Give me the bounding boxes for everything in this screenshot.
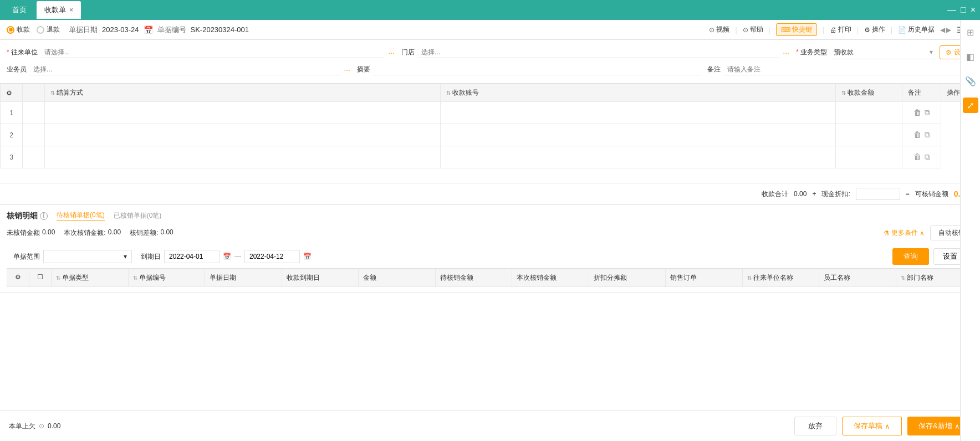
remark-input-2[interactable] <box>836 124 902 146</box>
next-arrow[interactable]: ▶ <box>946 26 951 34</box>
cell-account-1[interactable] <box>45 102 441 124</box>
summary-row: 收款合计 0.00 + 现金折扣: = 可核销金额 0.00 <box>0 183 980 205</box>
delete-row-1[interactable]: 🗑 <box>913 108 921 117</box>
verify-table-header: ⚙ ☐ ⇅ 单据类型 ⇅ 单据编号 单据日期 收款到期日 金额 待核销金额 本次… <box>7 269 973 287</box>
vh-checkbox[interactable]: ☐ <box>29 269 52 286</box>
diff-val: 0.00 <box>160 228 173 238</box>
amount-input-1[interactable] <box>441 102 836 124</box>
summary-input[interactable] <box>374 64 701 75</box>
total-val: 0.00 <box>794 190 807 198</box>
calendar-from-icon[interactable]: 📅 <box>223 253 231 260</box>
sidebar-doc-icon[interactable]: ◧ <box>963 49 978 64</box>
help-btn[interactable]: ⊙帮助 <box>743 25 763 34</box>
toolbar-meta: 单据日期 2023-03-24 📅 单据编号 SK-20230324-001 <box>69 25 249 35</box>
cell-settle-1[interactable] <box>23 102 45 124</box>
remark-label: 备注 <box>707 65 721 74</box>
table-settings-header[interactable]: ⚙ <box>1 84 23 102</box>
receipt-table-section: ⚙ ⇅ 结算方式 ⇅ 收款账号 ⇅ 收款金额 备注 <box>0 84 980 183</box>
range-select[interactable]: ▾ <box>43 250 132 263</box>
calendar-icon[interactable]: 📅 <box>144 25 153 34</box>
cell-account-2[interactable] <box>45 124 441 146</box>
current-stat: 本次核销金额: 0.00 <box>64 228 121 238</box>
settle-input-2[interactable] <box>23 124 44 146</box>
print-btn[interactable]: 🖨 打印 <box>830 25 851 34</box>
date-to-input[interactable] <box>244 250 300 263</box>
date-from-input[interactable] <box>164 250 220 263</box>
account-input-3[interactable] <box>45 146 440 168</box>
abandon-button[interactable]: 放弃 <box>794 417 836 435</box>
settle-input-3[interactable] <box>23 146 44 168</box>
cell-remark-3[interactable] <box>836 146 902 168</box>
account-input-1[interactable] <box>45 102 440 124</box>
amount-input-3[interactable] <box>441 146 836 168</box>
verify-info-icon[interactable]: i <box>40 212 48 220</box>
filter-bar: 单据范围 ▾ 到期日 📅 — 📅 查询 设置 <box>7 245 973 269</box>
staff-more[interactable]: ··· <box>344 65 350 74</box>
save-draft-button[interactable]: 保存草稿 ∧ <box>842 417 902 435</box>
calendar-to-icon[interactable]: 📅 <box>303 253 312 260</box>
sidebar-clip-icon[interactable]: 📎 <box>963 73 978 89</box>
minimize-icon[interactable]: — <box>947 5 956 15</box>
tab-receipt-close[interactable]: × <box>69 6 73 14</box>
counterparty-input[interactable] <box>41 47 385 58</box>
close-icon[interactable]: × <box>971 5 976 15</box>
delete-row-3[interactable]: 🗑 <box>913 152 921 162</box>
cell-remark-2[interactable] <box>836 124 902 146</box>
remark-input-3[interactable] <box>836 146 902 168</box>
radio-refund[interactable]: 退款 <box>37 25 60 34</box>
copy-row-2[interactable]: ⧉ <box>925 130 930 140</box>
maximize-icon[interactable]: □ <box>961 5 966 15</box>
staff-input[interactable] <box>30 64 340 75</box>
sidebar-table-icon[interactable]: ⊞ <box>963 24 978 40</box>
cell-remark-1[interactable] <box>836 102 902 124</box>
vh-type: ⇅ 单据类型 <box>52 269 129 286</box>
video-btn[interactable]: ⊙视频 <box>709 25 729 34</box>
cell-amount-3[interactable] <box>440 146 836 168</box>
delete-row-2[interactable]: 🗑 <box>913 130 921 140</box>
staff-field: 业务员 ··· <box>7 64 350 75</box>
tab-receipt[interactable]: 收款单 × <box>37 1 81 19</box>
cell-account-3[interactable] <box>45 146 441 168</box>
tab-home[interactable]: 首页 <box>4 1 34 19</box>
amount-input-2[interactable] <box>441 124 836 146</box>
pending-tab[interactable]: 待核销单据(0笔) <box>57 211 105 221</box>
biztype-select[interactable]: 预收款 ▾ <box>830 46 936 59</box>
cell-amount-2[interactable] <box>440 124 836 146</box>
action-cell-3: 🗑 ⧉ <box>902 146 941 168</box>
toolbar-actions: ⊙视频 | ⊙帮助 | ⌨ 快捷键 | 🖨 打印 | ⚙ 操作 | 📄 历史单据… <box>709 23 973 36</box>
verifiable-label: 可核销金额 <box>915 189 948 199</box>
more-conditions-btn[interactable]: ⚗ 更多条件 ∧ <box>884 228 925 238</box>
discount-label: 现金折扣: <box>821 189 850 199</box>
vh-current: 本次核销金额 <box>512 269 589 286</box>
settle-input-1[interactable] <box>23 102 44 124</box>
total-label: 收款合计 <box>762 189 788 199</box>
history-btn[interactable]: 📄 历史单据 <box>898 25 935 34</box>
account-input-2[interactable] <box>45 124 440 146</box>
copy-row-1[interactable]: ⧉ <box>925 108 930 117</box>
copy-row-3[interactable]: ⧉ <box>925 152 930 162</box>
operation-btn[interactable]: ⚙ 操作 <box>864 25 885 34</box>
cell-amount-1[interactable] <box>440 102 836 124</box>
vh-settings[interactable]: ⚙ <box>7 269 29 286</box>
sidebar-expand-icon[interactable]: ⤢ <box>963 98 978 113</box>
shortcut-btn[interactable]: ⌨ 快捷键 <box>776 23 817 36</box>
form-row-1: * 往来单位 ··· 门店 ··· * 业务类型 预收款 ▾ <box>7 45 973 59</box>
cell-settle-3[interactable] <box>23 146 45 168</box>
form-row-2: 业务员 ··· 摘要 备注 <box>7 64 973 75</box>
tab-home-label: 首页 <box>12 5 27 15</box>
query-button[interactable]: 查询 <box>892 248 929 265</box>
store-input[interactable] <box>418 47 779 58</box>
prev-info-icon[interactable]: ⊙ <box>39 422 44 430</box>
remark-input[interactable] <box>724 64 973 75</box>
radio-receipt[interactable]: 收款 <box>7 25 30 34</box>
filter-actions: 查询 设置 <box>892 248 967 265</box>
remark-input-1[interactable] <box>836 102 902 124</box>
vh-docnum: ⇅ 单据编号 <box>129 269 206 286</box>
cell-settle-2[interactable] <box>23 124 45 146</box>
prev-arrow[interactable]: ◀ <box>940 26 945 34</box>
store-more[interactable]: ··· <box>783 48 789 57</box>
discount-input[interactable] <box>856 188 900 200</box>
toolbar: 收款 退款 单据日期 2023-03-24 📅 单据编号 SK-20230324… <box>0 20 980 40</box>
counterparty-more[interactable]: ··· <box>388 48 395 57</box>
done-tab[interactable]: 已核销单据(0笔) <box>114 211 162 221</box>
